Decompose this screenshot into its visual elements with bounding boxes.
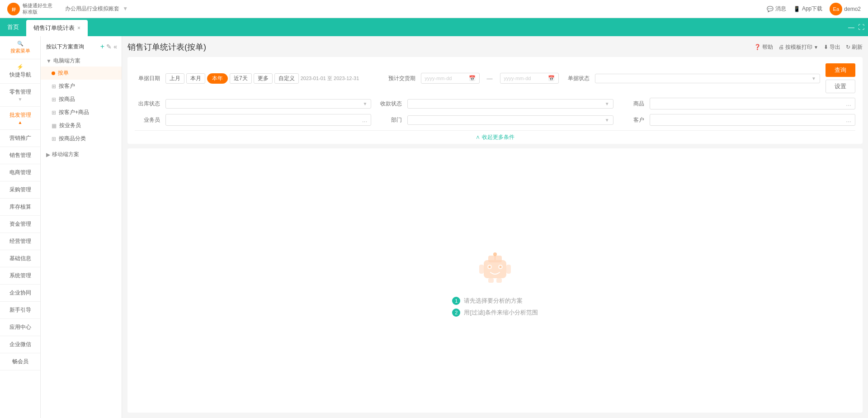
add-scheme-icon[interactable]: + [100, 43, 104, 51]
date-btn-this-month[interactable]: 本月 [186, 73, 205, 84]
sidebar-item-system[interactable]: 系统管理 [0, 267, 40, 285]
refresh-btn[interactable]: ↻ 刷新 [846, 43, 863, 51]
maximize-icon[interactable]: ⛶ [858, 24, 864, 31]
sidebar-item-ecommerce[interactable]: 电商管理 [0, 164, 40, 181]
sidebar-item-basicinfo[interactable]: 基础信息 [0, 250, 40, 267]
date-btn-more[interactable]: 更多 [254, 73, 273, 84]
sidebar-item-newuser[interactable]: 新手引导 [0, 302, 40, 319]
goods-label: 商品 [619, 100, 644, 108]
dept-label: 部门 [377, 116, 402, 124]
sidebar-item-quick-nav[interactable]: ⚡ 快捷导航 [0, 59, 40, 84]
query-button[interactable]: 查询 [826, 63, 855, 77]
sidebar-item-wechat[interactable]: 企业微信 [0, 336, 40, 353]
bill-status-select[interactable]: ▼ [595, 74, 821, 83]
scheme-item-by-goods[interactable]: ⊞ 按商品 [41, 93, 122, 106]
pay-status-select[interactable]: ▼ [407, 99, 613, 109]
minimize-icon[interactable]: — [848, 24, 854, 31]
expected-date-from[interactable]: yyyy-mm-dd 📅 [421, 73, 480, 84]
svg-rect-2 [484, 260, 506, 278]
sidebar-item-retail[interactable]: 零售管理 ▼ [0, 84, 40, 107]
salesman-input[interactable]: ... [165, 114, 371, 126]
sidebar-item-purchase[interactable]: 采购管理 [0, 181, 40, 199]
filter-section: 单据日期 上月 本月 本年 近7天 更多 自定义 2023-01-01 至 20… [127, 57, 863, 144]
goods-dots-icon: ... [846, 100, 851, 107]
content-area: 按以下方案查询 + ✎ « ▼ 电脑端方案 按单 ⊞ 按客户 [41, 36, 868, 418]
collapse-bar[interactable]: ∧ 收起更多条件 [135, 130, 855, 144]
sidebar-item-appcenter[interactable]: 应用中心 [0, 319, 40, 336]
salesman-label: 业务员 [135, 116, 160, 124]
sidebar-item-finance[interactable]: 资金管理 [0, 216, 40, 233]
tab-active[interactable]: 销售订单统计表 × [26, 20, 88, 36]
download-icon: 📱 [793, 6, 800, 12]
date-btn-last-month[interactable]: 上月 [165, 73, 184, 84]
scheme-item-by-customer[interactable]: ⊞ 按客户 [41, 80, 122, 93]
scheme-panel: 按以下方案查询 + ✎ « ▼ 电脑端方案 按单 ⊞ 按客户 [41, 36, 122, 418]
tab-home[interactable]: 首页 [0, 18, 26, 36]
tab-close-icon[interactable]: × [77, 25, 80, 31]
sidebar-item-inventory[interactable]: 库存核算 [0, 199, 40, 216]
scheme-item-by-customer-goods[interactable]: ⊞ 按客户+商品 [41, 106, 122, 119]
scheme-item-by-goods-category[interactable]: ⊞ 按商品分类 [41, 132, 122, 145]
dept-select[interactable]: ▼ [407, 115, 613, 125]
app-download-btn[interactable]: 📱 App下载 [793, 5, 822, 13]
scheme-group-mobile-title[interactable]: ▶ 移动端方案 [41, 149, 122, 160]
ship-status-label: 出库状态 [135, 100, 160, 108]
scheme-grid4-icon: ⊞ [52, 136, 56, 142]
customer-input[interactable]: ... [650, 114, 855, 126]
date-btn-custom[interactable]: 自定义 [274, 73, 299, 84]
sidebar: 🔍 搜索菜单 ⚡ 快捷导航 零售管理 ▼ 批发管理 ▲ 营销推广 销售管理 电商… [0, 36, 41, 418]
scheme-group-pc-title[interactable]: ▼ 电脑端方案 [41, 55, 122, 66]
empty-state: 1 请先选择要分析的方案 2 用[过滤]条件来缩小分析范围 [127, 148, 863, 413]
hint-num-1: 1 [452, 297, 460, 305]
sidebar-item-operation[interactable]: 经营管理 [0, 233, 40, 250]
date-btn-7days[interactable]: 近7天 [230, 73, 252, 84]
svg-point-5 [493, 252, 497, 256]
bill-status-label: 单据状态 [564, 75, 590, 82]
top-bar: 好 畅捷通好生意 标准版 办公用品行业模拟账套 ▼ 💬 消息 📱 App下载 E… [0, 0, 868, 18]
scheme-dot-icon [52, 71, 55, 75]
print-btn[interactable]: 🖨 按模板打印 ▼ [778, 43, 818, 51]
svg-text:好: 好 [11, 7, 16, 12]
help-icon: ❓ [754, 44, 761, 50]
scheme-grid-icon: ⊞ [52, 83, 56, 90]
select-arrow3-icon: ▼ [605, 101, 609, 106]
hint-num-2: 2 [452, 309, 460, 317]
top-bar-right: 💬 消息 📱 App下载 Ea demo2 [767, 3, 861, 15]
date-btn-this-year[interactable]: 本年 [207, 73, 228, 84]
sidebar-item-collab[interactable]: 企业协同 [0, 285, 40, 302]
svg-rect-13 [496, 278, 502, 283]
ship-status-select[interactable]: ▼ [165, 99, 371, 109]
scheme-panel-header: 按以下方案查询 + ✎ « [41, 40, 122, 53]
page-title-actions: ❓ 帮助 🖨 按模板打印 ▼ ⬇ 导出 ↻ 刷新 [754, 43, 863, 51]
edit-scheme-icon[interactable]: ✎ [106, 43, 112, 50]
select-arrow2-icon: ▼ [363, 101, 367, 106]
tab-bar-actions: — ⛶ [848, 24, 868, 31]
filter-row-2: 出库状态 ▼ 收款状态 ▼ 商品 ... [135, 98, 855, 109]
export-btn[interactable]: ⬇ 导出 [824, 43, 840, 51]
message-btn[interactable]: 💬 消息 [767, 5, 786, 13]
expected-date-to[interactable]: yyyy-mm-dd 📅 [500, 73, 559, 84]
select-arrow4-icon: ▼ [605, 118, 609, 123]
empty-hint-1: 1 请先选择要分析的方案 [452, 297, 538, 305]
scheme-panel-actions: + ✎ « [100, 43, 117, 51]
logo-area: 好 畅捷通好生意 标准版 [7, 3, 52, 15]
scheme-group-mobile: ▶ 移动端方案 [41, 147, 122, 162]
settings-button[interactable]: 设置 [826, 80, 855, 93]
scheme-item-by-salesman[interactable]: ▦ 按业务员 [41, 119, 122, 132]
collapse-scheme-icon[interactable]: « [113, 43, 117, 50]
sidebar-item-member[interactable]: 畅会员 [0, 353, 40, 370]
scheme-bar-icon: ▦ [52, 123, 57, 129]
help-btn[interactable]: ❓ 帮助 [754, 43, 773, 51]
quick-nav-icon: ⚡ [17, 64, 24, 70]
goods-input[interactable]: ... [650, 98, 855, 109]
main-layout: 🔍 搜索菜单 ⚡ 快捷导航 零售管理 ▼ 批发管理 ▲ 营销推广 销售管理 电商… [0, 36, 868, 418]
empty-illustration [472, 244, 518, 290]
app-title: 办公用品行业模拟账套 ▼ [65, 5, 128, 13]
user-menu[interactable]: Ea demo2 [830, 3, 861, 15]
page-title: 销售订单统计表(按单) [127, 42, 206, 52]
sidebar-item-search[interactable]: 🔍 搜索菜单 [0, 36, 40, 59]
sidebar-item-wholesale[interactable]: 批发管理 ▲ [0, 107, 40, 130]
scheme-item-by-order[interactable]: 按单 [41, 66, 122, 80]
sidebar-item-sales[interactable]: 销售管理 [0, 147, 40, 164]
sidebar-item-marketing[interactable]: 营销推广 [0, 130, 40, 147]
